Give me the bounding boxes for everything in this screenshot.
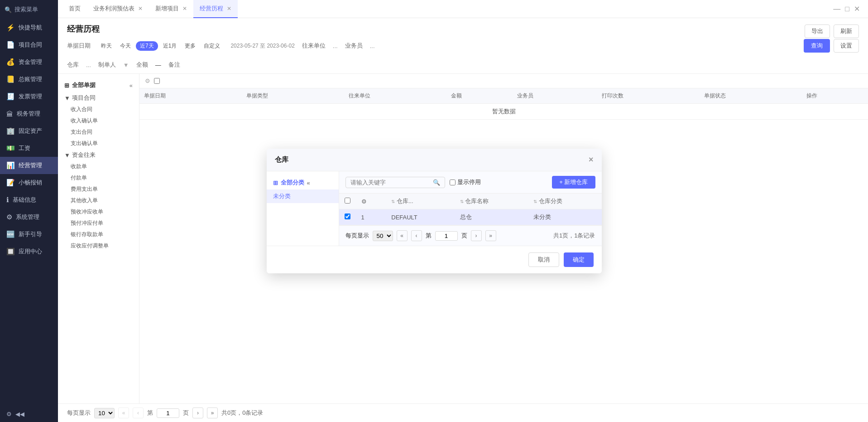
tab-close-new-project[interactable]: ✕ <box>182 5 187 12</box>
sidebar-item-app-center[interactable]: 🔲应用中心 <box>0 243 58 260</box>
nav-child-应收应付调整单[interactable]: 应收应付调整单 <box>58 240 139 252</box>
gear-settings-icon[interactable]: ⚙ <box>145 78 150 84</box>
nav-child-费用支出单[interactable]: 费用支出单 <box>58 184 139 195</box>
modal-first-page[interactable]: « <box>397 230 408 241</box>
nav-child-收入确认单[interactable]: 收入确认单 <box>58 115 139 126</box>
sidebar-item-fixed-assets[interactable]: 🏢固定资产 <box>0 122 58 140</box>
minimize-icon[interactable]: — <box>833 5 840 13</box>
add-warehouse-button[interactable]: + 新增仓库 <box>552 176 595 189</box>
refresh-button[interactable]: 刷新 <box>834 24 859 38</box>
date-btn-近1月[interactable]: 近1月 <box>160 41 180 51</box>
sidebar-search[interactable]: 🔍 搜索菜单 <box>0 0 58 19</box>
left-nav-collapse[interactable]: « <box>129 82 133 89</box>
export-button[interactable]: 导出 <box>805 24 830 38</box>
partner-more[interactable]: ... <box>333 43 338 49</box>
modal-all-category[interactable]: 全部分类 <box>281 179 304 187</box>
tab-label-business-history: 经营历程 <box>200 5 223 13</box>
date-btn-近7天[interactable]: 近7天 <box>136 41 158 51</box>
maximize-icon[interactable]: □ <box>845 5 849 13</box>
nav-section-资金往来[interactable]: ▼资金往来 <box>58 149 139 161</box>
modal-page-input[interactable] <box>435 231 458 241</box>
show-disabled-checkbox[interactable] <box>450 179 456 185</box>
sidebar-item-xiaochang-report[interactable]: 📝小畅报销 <box>0 174 58 191</box>
business-management-icon: 📊 <box>6 161 15 170</box>
select-all-checkbox[interactable] <box>154 78 160 84</box>
sidebar-item-quick-nav[interactable]: ⚡快捷导航 <box>0 19 58 36</box>
row-id: 1 <box>356 209 386 225</box>
nav-child-收款单[interactable]: 收款单 <box>58 161 139 172</box>
sidebar-item-tax-management[interactable]: 🏛税务管理 <box>0 105 58 122</box>
sidebar-item-business-management[interactable]: 📊经营管理 <box>0 157 58 174</box>
th-warehouse-code[interactable]: ⇅ 仓库... <box>386 194 454 209</box>
sidebar-item-basic-info[interactable]: ℹ基础信息 <box>0 191 58 209</box>
modal-table-row[interactable]: 1 DEFAULT 总仓 未分类 <box>339 209 602 225</box>
tax-management-icon: 🏛 <box>6 110 13 118</box>
last-page-btn[interactable]: » <box>207 407 218 418</box>
nav-child-支出确认单[interactable]: 支出确认单 <box>58 138 139 149</box>
settings-icon[interactable]: ⚙ <box>6 411 12 417</box>
nav-child-银行存取款单[interactable]: 银行存取款单 <box>58 229 139 240</box>
tab-business-history[interactable]: 经营历程✕ <box>193 0 238 18</box>
top-right-icons: — □ ✕ <box>833 5 863 13</box>
table-body: 暂无数据 <box>139 104 868 120</box>
date-btn-昨天[interactable]: 昨天 <box>98 41 115 51</box>
th-warehouse-name[interactable]: ⇅ 仓库名称 <box>455 194 528 209</box>
nav-child-付款单[interactable]: 付款单 <box>58 172 139 184</box>
modal-per-page-select[interactable]: 50 20 10 <box>373 231 393 241</box>
modal-left-collapse[interactable]: « <box>307 179 310 186</box>
warehouse-more[interactable]: ... <box>86 62 91 68</box>
nav-child-支出合同[interactable]: 支出合同 <box>58 126 139 138</box>
modal-close-icon[interactable]: × <box>589 155 594 165</box>
left-nav-header: ⊞ 全部单据 « <box>58 78 139 92</box>
modal-last-page[interactable]: » <box>485 230 496 241</box>
tab-label-home: 首页 <box>69 5 81 13</box>
cancel-button[interactable]: 取消 <box>528 252 559 267</box>
creator-dropdown[interactable]: ▼ <box>123 62 129 68</box>
th-warehouse-category[interactable]: ⇅ 仓库分类 <box>528 194 602 209</box>
left-nav: ⊞ 全部单据 « ▼项目合同收入合同收入确认单支出合同支出确认单▼资金往来收款单… <box>58 74 139 403</box>
page-input[interactable] <box>157 408 179 418</box>
sidebar-item-system-management[interactable]: ⚙系统管理 <box>0 209 58 226</box>
modal-category-未分类[interactable]: 未分类 <box>267 189 339 203</box>
settings-button[interactable]: 设置 <box>834 39 859 53</box>
close-window-icon[interactable]: ✕ <box>854 5 860 13</box>
nav-child-预收冲应收单[interactable]: 预收冲应收单 <box>58 206 139 218</box>
prev-page-btn[interactable]: ‹ <box>133 407 144 418</box>
header-action-buttons: 导出 刷新 <box>805 24 859 38</box>
sidebar-item-new-guide[interactable]: 🆕新手引导 <box>0 226 58 243</box>
modal-search-input[interactable] <box>350 179 431 186</box>
modal-select-all[interactable] <box>345 198 350 204</box>
modal-per-page-label: 每页显示 <box>345 232 369 240</box>
tab-profit-estimate[interactable]: 业务利润预估表✕ <box>87 0 149 18</box>
next-page-btn[interactable]: › <box>192 407 203 418</box>
date-btn-自定义[interactable]: 自定义 <box>201 41 223 51</box>
modal-prev-page[interactable]: ‹ <box>411 230 422 241</box>
date-btn-今天[interactable]: 今天 <box>117 41 134 51</box>
modal-next-page[interactable]: › <box>471 230 482 241</box>
per-page-select[interactable]: 10 20 50 <box>94 408 115 418</box>
confirm-button[interactable]: 确定 <box>564 252 594 267</box>
warehouse-label: 仓库 <box>67 61 79 69</box>
tab-home[interactable]: 首页 <box>62 0 87 18</box>
nav-child-预付冲应付单[interactable]: 预付冲应付单 <box>58 218 139 229</box>
date-btn-更多[interactable]: 更多 <box>182 41 199 51</box>
sound-icon[interactable]: ◀◀ <box>15 411 24 417</box>
tab-close-profit-estimate[interactable]: ✕ <box>138 5 143 12</box>
nav-child-收入合同[interactable]: 收入合同 <box>58 104 139 115</box>
first-page-btn[interactable]: « <box>118 407 129 418</box>
sidebar-item-general-ledger[interactable]: 📒总账管理 <box>0 71 58 88</box>
row-checkbox[interactable] <box>345 213 350 219</box>
sidebar-item-invoice-management[interactable]: 🧾发票管理 <box>0 88 58 105</box>
sidebar-item-fund-management[interactable]: 💰资金管理 <box>0 53 58 71</box>
nav-child-其他收入单[interactable]: 其他收入单 <box>58 195 139 206</box>
sidebar-item-wages[interactable]: 💵工资 <box>0 140 58 157</box>
sidebar-item-project-contract[interactable]: 📄项目合同 <box>0 36 58 53</box>
query-button[interactable]: 查询 <box>804 39 830 53</box>
modal-actions: 取消 确定 <box>267 246 602 273</box>
tab-new-project[interactable]: 新增项目✕ <box>149 0 193 18</box>
nav-section-项目合同[interactable]: ▼项目合同 <box>58 92 139 104</box>
all-docs-label[interactable]: 全部单据 <box>72 81 96 89</box>
tab-close-business-history[interactable]: ✕ <box>227 5 231 12</box>
search-icon-modal: 🔍 <box>433 179 440 186</box>
salesperson-more[interactable]: ... <box>370 43 375 49</box>
